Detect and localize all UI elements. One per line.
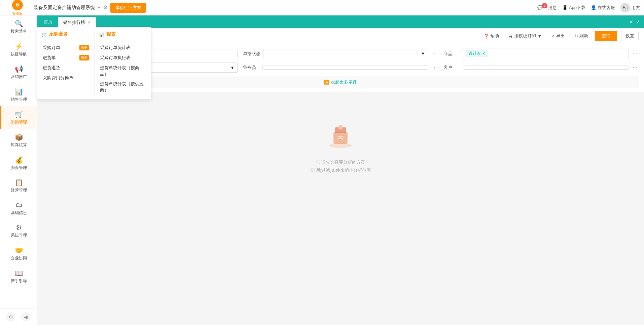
title-chevron-icon[interactable]: ▼	[97, 5, 101, 10]
sidebar-item-quick-nav[interactable]: ⚡ 快捷导航	[0, 38, 37, 61]
history-tag: 历史	[79, 55, 89, 60]
menu-item-purchase-order[interactable]: 采购订单 历史	[41, 43, 90, 53]
menu-item-label: 采购费用分摊单	[43, 75, 73, 81]
menu-item-goods-return[interactable]: 进货退货	[41, 63, 90, 73]
report-section-title: 📊 报表	[99, 31, 147, 39]
refresh-label: 刷新	[579, 33, 588, 39]
marketing-icon: 📢	[15, 65, 23, 73]
svg-point-5	[338, 137, 339, 138]
menu-item-purchase-order-stats[interactable]: 采购订单统计表	[99, 43, 147, 53]
empty-hint-2-text: 用[过滤]条件来缩小分析范围	[316, 168, 371, 173]
customer-input[interactable]	[463, 66, 629, 70]
sidebar-item-label: 库存核算	[11, 143, 27, 148]
sidebar-item-collab[interactable]: 🤝 企业协同	[0, 242, 37, 265]
empty-hint-1-text: 请先选择要分析的方案	[321, 160, 365, 165]
collapse-icon: ◀	[24, 314, 28, 320]
sidebar-collapse-btn[interactable]: ◀	[21, 312, 31, 322]
industry-btn[interactable]: 体验行业方案	[110, 3, 146, 13]
sidebar-item-label: 快捷导航	[11, 52, 27, 57]
goods-tag-close-icon[interactable]: ✕	[482, 51, 485, 56]
dropdown-section-purchase: 🛒 采购业务 采购订单 历史 进货单 历史 进货退货 采购费用分摊单	[37, 31, 94, 95]
topbar: 6 标准版 装备及固定资产辅助管理系统 ▼ ⚙ 体验行业方案 💬 5 消息 📱 …	[0, 0, 644, 15]
print-btn[interactable]: 🖨 按模板打印 ▼	[506, 32, 544, 40]
message-btn[interactable]: 💬 5 消息	[537, 5, 557, 11]
doc-status-chevron: ▼	[421, 51, 425, 56]
svg-point-6	[342, 137, 343, 138]
system-icon: ⚙	[16, 224, 22, 232]
empty-hint-1: ① 请先选择要分析的方案	[316, 159, 365, 165]
tab-home[interactable]: 首页	[38, 15, 58, 28]
service-icon: 👤	[591, 5, 596, 10]
tab-sales-rank[interactable]: 销售排行榜 ✕	[58, 17, 96, 28]
sidebar-item-marketing[interactable]: 📢 营销推广	[0, 61, 37, 84]
purchase-icon: 🛒	[15, 110, 23, 118]
empty-hint-2: ② 用[过滤]条件来缩小分析范围	[310, 167, 371, 173]
menu-item-label: 进货单	[43, 55, 56, 61]
menu-item-goods-in[interactable]: 进货单 历史	[41, 53, 90, 63]
sidebar-item-guide[interactable]: 📖 新手引导	[0, 265, 37, 288]
user-area[interactable]: Ea 用友	[620, 3, 640, 12]
salesperson-ellipsis[interactable]: ···	[431, 65, 438, 71]
settings-btn[interactable]: 设置	[621, 31, 639, 41]
online-service-label: 在线客服	[598, 5, 615, 11]
capital-icon: 💰	[15, 156, 23, 164]
sidebar-item-label: 经营管理	[11, 188, 27, 193]
doc-status-select[interactable]: ▼	[263, 49, 428, 58]
sidebar-item-label: 采购管理	[11, 120, 27, 125]
sidebar-item-capital[interactable]: 💰 资金管理	[0, 152, 37, 175]
message-label: 消息	[548, 5, 557, 11]
dropdown-section-report: 📊 报表 采购订单统计表 采购订单执行表 进货单统计表（按商品） 进货单统计表（…	[94, 31, 151, 95]
sidebar-item-sales[interactable]: 📊 销售管理	[0, 84, 37, 107]
online-service-btn[interactable]: 👤 在线客服	[591, 5, 615, 11]
purchase-dropdown-menu: 🛒 采购业务 采购订单 历史 进货单 历史 进货退货 采购费用分摊单	[37, 27, 151, 99]
query-btn[interactable]: 查询	[595, 31, 617, 41]
sidebar-item-search[interactable]: 🔍 搜索菜单	[0, 15, 37, 38]
export-btn[interactable]: ↗ 导出	[548, 32, 568, 40]
collapse-label: 收起更多条件	[331, 79, 357, 85]
doc-status-ellipsis[interactable]: ···	[431, 51, 438, 57]
sidebar-item-label: 搜索菜单	[11, 29, 27, 34]
tab-close-icon[interactable]: ✕	[87, 20, 91, 25]
goods-filter: 商品 设计素 ✕ ···	[443, 48, 639, 59]
sidebar: 🔍 搜索菜单 ⚡ 快捷导航 📢 营销推广 📊 销售管理 🛒 采购管理 📦 库存核…	[0, 15, 37, 325]
tab-close-all-icon[interactable]: ✕	[629, 19, 633, 25]
menu-item-goods-in-stats-supplier[interactable]: 进货单统计表（按供应商）	[99, 79, 147, 95]
goods-input[interactable]: 设计素 ✕	[463, 48, 629, 59]
print-label: 按模板打印	[514, 33, 536, 39]
sidebar-item-label: 销售管理	[11, 97, 27, 103]
settings-icon: ⚙	[9, 314, 13, 320]
sidebar-item-label: 企业协同	[11, 256, 27, 261]
sidebar-item-inventory[interactable]: 📦 库存核算	[0, 129, 37, 152]
doc-status-label: 单据状态	[243, 51, 260, 57]
refresh-btn[interactable]: ↻ 刷新	[572, 32, 591, 40]
customer-ellipsis[interactable]: ···	[632, 65, 639, 71]
sidebar-item-ops[interactable]: 📋 经营管理	[0, 174, 37, 197]
inventory-icon: 📦	[15, 133, 23, 141]
salesperson-label: 业务员	[243, 65, 260, 71]
sidebar-item-basic[interactable]: 🗂 基础信息	[0, 197, 37, 220]
title-settings-icon[interactable]: ⚙	[103, 4, 108, 11]
sidebar-settings-btn[interactable]: ⚙	[6, 312, 15, 322]
app-download-label: App下载	[569, 5, 585, 11]
salesperson-input[interactable]	[262, 66, 428, 70]
menu-item-goods-in-stats-goods[interactable]: 进货单统计表（按商品）	[99, 63, 147, 79]
menu-item-purchase-fee[interactable]: 采购费用分摊单	[41, 73, 90, 83]
dropdown-sections: 🛒 采购业务 采购订单 历史 进货单 历史 进货退货 采购费用分摊单	[37, 31, 151, 95]
topbar-right: 💬 5 消息 📱 App下载 👤 在线客服 Ea 用友	[537, 3, 640, 12]
message-badge: 5	[542, 3, 547, 8]
tab-sales-rank-label: 销售排行榜	[63, 19, 85, 26]
empty-state: ① 请先选择要分析的方案 ② 用[过滤]条件来缩小分析范围	[37, 92, 644, 202]
help-btn[interactable]: ❓ 帮助	[481, 32, 502, 40]
avatar-initial: Ea	[623, 5, 628, 10]
sidebar-item-purchase[interactable]: 🛒 采购管理	[0, 106, 37, 129]
rank-chevron: ▼	[230, 65, 235, 70]
empty-illustration	[324, 119, 357, 153]
logo-icon: 6	[12, 0, 23, 10]
menu-item-purchase-order-exec[interactable]: 采购订单执行表	[99, 53, 147, 63]
app-download-btn[interactable]: 📱 App下载	[562, 5, 585, 11]
sidebar-item-system[interactable]: ⚙ 系统管理	[0, 219, 37, 242]
tab-expand-icon[interactable]: ⤢	[636, 19, 640, 25]
menu-item-label: 采购订单统计表	[100, 45, 131, 51]
purchase-section-icon: 🛒	[41, 32, 47, 37]
goods-ellipsis[interactable]: ···	[632, 51, 639, 57]
